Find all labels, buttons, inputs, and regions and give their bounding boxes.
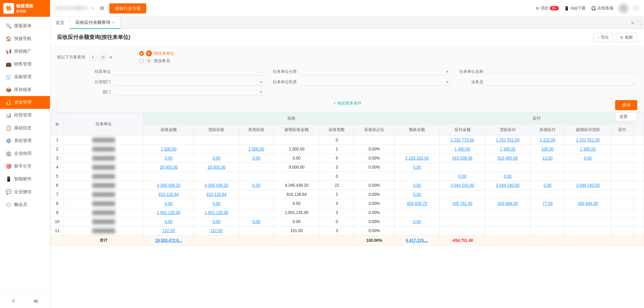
- sidebar-item-system[interactable]: ⚙️ 系统管理: [0, 134, 50, 147]
- table-cell-link[interactable]: 1,001,135.00: [205, 210, 228, 215]
- table-cell-link[interactable]: 4,345,436.20: [205, 183, 228, 188]
- table-gear-icon[interactable]: ⚙: [54, 122, 60, 127]
- table-cell-link[interactable]: 3,044,240.00: [576, 183, 599, 188]
- table-cell-link[interactable]: 0.00: [213, 219, 220, 224]
- table-cell-link[interactable]: 0.00: [252, 219, 260, 224]
- sidebar-item-marketing[interactable]: 📢 营销推广: [0, 45, 50, 58]
- table-cell-link[interactable]: 0.00: [165, 219, 172, 224]
- sidebar-item-hardware[interactable]: 📱 智能硬件: [0, 173, 50, 185]
- table-cell-link[interactable]: 0.00: [413, 192, 421, 197]
- table-cell-link[interactable]: 2,153,333.00: [405, 156, 429, 161]
- table-cell-link[interactable]: 3,044,240.00: [496, 183, 520, 188]
- table-cell-link[interactable]: 18,000.00: [208, 165, 225, 170]
- tab-home[interactable]: 首页: [50, 17, 70, 29]
- table-cell-link[interactable]: 1,390.00: [500, 147, 516, 151]
- scheme-option-byunit[interactable]: 单 按往来单位: [139, 50, 174, 56]
- table-cell-link[interactable]: 152.00: [210, 228, 223, 233]
- table-cell-link[interactable]: 1,000.00: [249, 147, 264, 151]
- input-unitnature[interactable]: ▼: [300, 79, 451, 86]
- sidebar-item-enterprise[interactable]: 🏢 企业协同: [0, 147, 50, 160]
- table-cell-link[interactable]: 0.00: [213, 156, 220, 161]
- table-cell-link[interactable]: 0.00: [584, 156, 592, 161]
- filter-collapse-button[interactable]: «: [109, 54, 112, 60]
- table-cell-link[interactable]: 0.00: [413, 183, 421, 188]
- radio-bysales: [139, 58, 144, 63]
- collapse-bottom-btn[interactable]: ◀‖: [31, 297, 40, 305]
- table-cell-link[interactable]: 915,508.56: [452, 156, 472, 161]
- filter-add-button[interactable]: +: [89, 53, 97, 61]
- table-cell-link[interactable]: 100.00: [541, 147, 554, 151]
- table-cell-link[interactable]: 1,490.00: [454, 147, 470, 151]
- table-cell-link[interactable]: 0.00: [544, 183, 551, 188]
- sidebar-item-inventory[interactable]: 📦 库存核算: [0, 83, 50, 96]
- table-cell-link[interactable]: 13.00: [542, 156, 552, 161]
- refresh-button[interactable]: ↻ 刷新: [616, 33, 637, 42]
- sidebar-item-guide[interactable]: 🎯 新手引导: [0, 160, 50, 173]
- table-cell-link[interactable]: 0.00: [165, 201, 172, 206]
- table-cell-link[interactable]: 655,636.75: [407, 201, 427, 206]
- table-cell-link[interactable]: 1,390.00: [580, 147, 596, 151]
- row-index: 10: [51, 217, 64, 226]
- export-button[interactable]: ↑ 导出: [593, 33, 613, 42]
- sidebar-item-finance[interactable]: 💰 资金管理: [0, 96, 50, 109]
- query-button[interactable]: 查询: [615, 100, 637, 110]
- table-cell-link[interactable]: 0.00: [504, 174, 512, 179]
- input-unitname[interactable]: [486, 70, 637, 73]
- solution-button[interactable]: 体验行业方案: [109, 3, 146, 13]
- table-cell-link[interactable]: 345,684.00: [578, 201, 598, 206]
- table-cell-link[interactable]: 77.00: [542, 201, 552, 206]
- sidebar-item-management[interactable]: 📊 经营管理: [0, 109, 50, 122]
- settings-bottom-btn[interactable]: ⚙: [10, 297, 17, 305]
- sidebar-item-basic[interactable]: 📋 基础信息: [0, 122, 50, 134]
- sidebar-item-quicknav[interactable]: 🏠 快捷导航: [0, 32, 50, 45]
- sidebar-item-wechat[interactable]: 💬 企业微信: [0, 185, 50, 198]
- messages-button[interactable]: ✉ 消息 99+: [536, 5, 559, 11]
- table-cell-link[interactable]: 0.00: [413, 219, 421, 224]
- table-cell-link[interactable]: 1,222.00: [540, 138, 555, 142]
- sidebar-item-member[interactable]: ⬡ 畅会员: [0, 198, 50, 211]
- table-cell-link[interactable]: 1,251,551.00: [496, 138, 520, 142]
- input-division[interactable]: ▼: [113, 79, 265, 86]
- online-service-button[interactable]: 🎧 在线客服: [591, 5, 613, 11]
- sidebar-item-search[interactable]: 🔍 搜索菜单: [0, 19, 50, 32]
- table-cell-link[interactable]: 0.00: [252, 183, 260, 188]
- sidebar-item-purchase[interactable]: 🛒 采购管理: [0, 71, 50, 83]
- gear-button[interactable]: ⚙: [97, 4, 107, 13]
- table-cell-link[interactable]: 345,684.00: [498, 201, 518, 206]
- table-cell-link[interactable]: 0.00: [165, 156, 172, 161]
- table-cell-link[interactable]: 1,252,773.00: [450, 138, 474, 142]
- sidebar-item-sales[interactable]: 💼 销售管理: [0, 58, 50, 71]
- table-cell-link[interactable]: 1,251,551.00: [576, 138, 599, 142]
- app-download-button[interactable]: 📱 App下载: [564, 5, 586, 11]
- footer-ap-other: [530, 235, 565, 246]
- settings-button[interactable]: 设置: [615, 112, 637, 121]
- input-settlement[interactable]: ...: [113, 68, 265, 76]
- tab-close-icon[interactable]: ×: [112, 20, 115, 25]
- tab-close-window[interactable]: ✕: [631, 20, 635, 26]
- tab-arbalance[interactable]: 应收应付余额查询 ×: [70, 17, 120, 29]
- table-cell-link[interactable]: 1,001,135.00: [157, 210, 180, 215]
- table-cell-link[interactable]: 345,761.00: [452, 201, 472, 206]
- collapse-more-button[interactable]: ∧ 收起更多条件: [57, 98, 637, 108]
- table-cell-link[interactable]: 0.00: [213, 201, 220, 206]
- table-cell-link[interactable]: 152.00: [163, 228, 175, 233]
- scheme-option-bysales[interactable]: 员 按业务员: [139, 58, 174, 64]
- table-cell-link[interactable]: 1,000.00: [161, 147, 176, 151]
- table-cell-link[interactable]: 915,495.56: [498, 156, 518, 161]
- table-cell-link[interactable]: 18,000.00: [160, 165, 177, 170]
- table-cell-link[interactable]: 810,126.64: [159, 192, 179, 197]
- input-unitcategory[interactable]: ▼: [300, 69, 451, 75]
- row-ap-other: 77.00: [530, 199, 565, 208]
- filter-scheme-button[interactable]: ⊙: [99, 53, 107, 61]
- table-cell-link[interactable]: 0.00: [252, 156, 260, 161]
- table-cell-link[interactable]: 4,345,436.20: [157, 183, 180, 188]
- input-department[interactable]: ▼: [113, 89, 265, 95]
- table-cell-link[interactable]: 0.00: [413, 165, 421, 170]
- row-unit: ████████: [64, 154, 144, 163]
- table-cell-link[interactable]: 810,126.64: [206, 192, 226, 197]
- user-avatar[interactable]: [619, 4, 628, 13]
- table-cell-link[interactable]: 0.00: [459, 174, 466, 179]
- input-salesperson[interactable]: ...: [486, 78, 637, 86]
- tab-maximize[interactable]: ⛶: [637, 20, 641, 26]
- table-cell-link[interactable]: 3,044,240.00: [450, 183, 474, 188]
